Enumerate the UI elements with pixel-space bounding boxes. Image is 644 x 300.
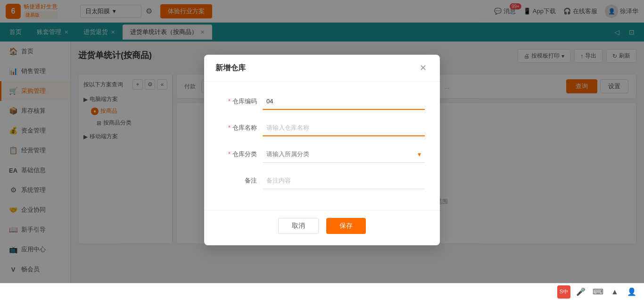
- cancel-button[interactable]: 取消: [278, 218, 319, 234]
- form-row-remark: 备注: [219, 172, 425, 189]
- form-row-name: 仓库名称: [219, 119, 425, 136]
- category-label: 仓库分类: [219, 150, 257, 158]
- name-input[interactable]: [263, 119, 425, 136]
- expand-icon[interactable]: ▲: [608, 285, 621, 299]
- modal-body: 仓库编码 仓库名称 仓库分类 ▾ 备注: [204, 82, 440, 210]
- category-select-wrapper: ▾: [263, 146, 425, 163]
- keyboard-icon[interactable]: ⌨: [591, 285, 604, 299]
- modal-header: 新增仓库 ✕: [204, 55, 440, 82]
- add-warehouse-modal: 新增仓库 ✕ 仓库编码 仓库名称 仓库分类 ▾: [204, 55, 440, 245]
- form-row-category: 仓库分类 ▾: [219, 146, 425, 163]
- name-label: 仓库名称: [219, 124, 257, 132]
- form-row-code: 仓库编码: [219, 93, 425, 110]
- category-input[interactable]: [263, 146, 425, 163]
- code-label: 仓库编码: [219, 97, 257, 106]
- modal-title: 新增仓库: [215, 63, 246, 73]
- user-settings-icon[interactable]: 👤: [625, 285, 638, 299]
- remark-label: 备注: [219, 176, 257, 185]
- bottom-bar: S中 🎤 ⌨ ▲ 👤: [0, 283, 644, 300]
- save-button[interactable]: 保存: [326, 218, 366, 234]
- microphone-icon[interactable]: 🎤: [574, 285, 587, 299]
- modal-overlay: 新增仓库 ✕ 仓库编码 仓库名称 仓库分类 ▾: [0, 0, 644, 300]
- modal-footer: 取消 保存: [204, 210, 440, 245]
- modal-close-button[interactable]: ✕: [417, 62, 429, 74]
- code-input[interactable]: [263, 93, 425, 110]
- remark-input[interactable]: [263, 172, 425, 189]
- sougou-icon[interactable]: S中: [557, 285, 570, 299]
